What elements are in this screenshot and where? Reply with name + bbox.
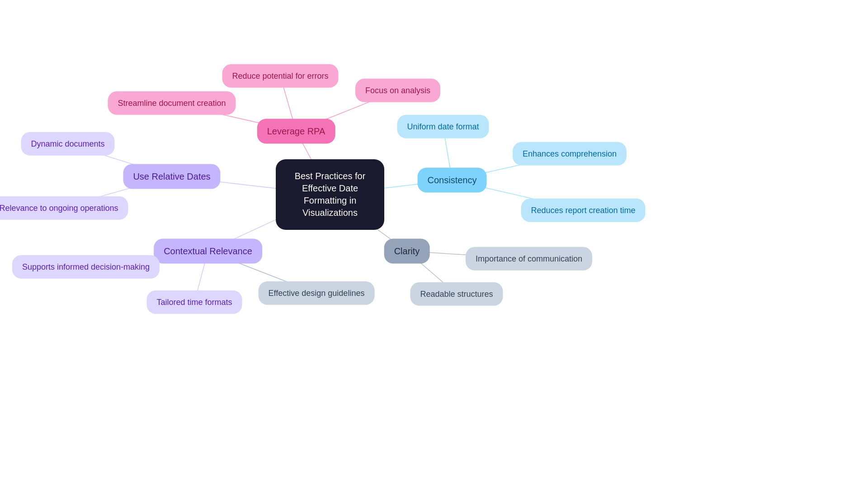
mind-map-canvas: Best Practices for Effective Date Format…: [0, 0, 868, 490]
node-clarity: Clarity: [384, 239, 430, 264]
node-center: Best Practices for Effective Date Format…: [276, 159, 384, 230]
node-relevance-ops: Relevance to ongoing operations: [0, 196, 128, 220]
node-effective-design: Effective design guidelines: [259, 281, 375, 305]
node-supports-decision: Supports informed decision-making: [12, 255, 160, 279]
node-enhances-comp: Enhances comprehension: [513, 142, 627, 166]
node-contextual-rel: Contextual Relevance: [154, 239, 262, 264]
node-tailored-time: Tailored time formats: [146, 290, 242, 314]
node-leverage-rpa: Leverage RPA: [257, 119, 335, 144]
node-uniform-date: Uniform date format: [397, 115, 489, 138]
connections-svg: [0, 0, 868, 490]
node-importance-comm: Importance of communication: [466, 247, 592, 271]
node-streamline-doc: Streamline document creation: [108, 91, 236, 115]
node-reduce-errors: Reduce potential for errors: [222, 64, 338, 88]
node-dynamic-docs: Dynamic documents: [21, 132, 114, 156]
node-reduces-report: Reduces report creation time: [521, 199, 645, 222]
node-consistency: Consistency: [418, 168, 487, 193]
node-readable-struct: Readable structures: [410, 282, 503, 306]
node-focus-analysis: Focus on analysis: [355, 79, 440, 102]
node-use-relative: Use Relative Dates: [123, 164, 220, 189]
